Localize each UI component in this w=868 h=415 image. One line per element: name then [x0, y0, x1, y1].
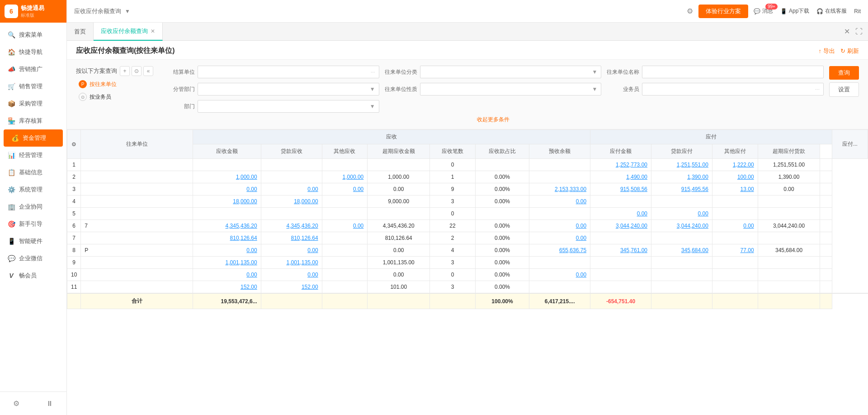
tab-close-btn[interactable]: ✕	[151, 28, 155, 34]
sidebar-label-hardware: 智能硬件	[19, 237, 42, 245]
settings-scheme-btn[interactable]: ⊙	[132, 66, 142, 76]
sidebar-label-sales: 销售管理	[19, 82, 42, 91]
tab-home[interactable]: 首页	[67, 23, 94, 41]
footer-ap-amount: -654,751.40	[590, 293, 651, 309]
collapse-scheme-btn[interactable]: «	[143, 66, 153, 76]
input-branch-dept[interactable]: ▼	[198, 100, 379, 113]
footer-label: 合计	[81, 293, 193, 309]
sidebar-label-guide: 新手引导	[19, 220, 42, 228]
export-label: 导出	[823, 47, 835, 55]
sidebar-item-finance[interactable]: 💰 资金管理	[4, 129, 63, 147]
input-settlement[interactable]: ···	[198, 66, 379, 78]
footer-ar-amount[interactable]: 19,553,472,6...	[193, 293, 261, 309]
basic-icon: 📋	[7, 169, 15, 176]
tab-close-all-icon[interactable]: ✕	[844, 27, 850, 36]
label-partner-name: 往来单位名称	[607, 68, 639, 76]
settings-bottom-btn[interactable]: ⚙	[9, 397, 23, 410]
label-branch-dept: 部门	[162, 103, 195, 110]
member-icon: V	[7, 272, 15, 279]
sidebar-item-system[interactable]: ⚙️ 系统管理	[0, 181, 66, 198]
tab-query[interactable]: 应收应付余额查询 ✕	[94, 23, 163, 41]
row-num: 4	[67, 196, 81, 208]
table-row: 3 0.00 0.00 0.00 0.00 9 0.00% 2,153,333.…	[67, 183, 868, 196]
sidebar-item-purchase[interactable]: 📦 采购管理	[0, 95, 66, 112]
nav-by-partner[interactable]: P 按往来单位	[76, 79, 157, 90]
page-title: 应收应付余额查询(按往来单位)	[76, 46, 175, 56]
sidebar-item-basic[interactable]: 📋 基础信息	[0, 164, 66, 181]
app-name: 畅捷通易	[21, 4, 44, 12]
input-salesman[interactable]: ···	[642, 83, 824, 95]
row-num: 2	[67, 171, 81, 183]
query-tab-label: 应收应付余额查询	[101, 27, 148, 35]
tab-fullscreen-icon[interactable]: ⛶	[855, 28, 863, 36]
collapse-conditions-btn[interactable]: 收起更多条件	[477, 116, 509, 123]
input-dept[interactable]: ▼	[198, 83, 379, 95]
sidebar-item-search[interactable]: 🔍 搜索菜单	[0, 26, 66, 43]
label-partner-nature: 往来单位性质	[385, 86, 417, 93]
settings-button[interactable]: 设置	[829, 82, 859, 97]
online-service-btn[interactable]: 🎧 在线客服	[816, 7, 847, 15]
row-num: 7	[67, 232, 81, 244]
th-group-ar: 应收	[193, 130, 590, 144]
footer-ap-overdue	[758, 293, 820, 309]
sidebar-item-hardware[interactable]: 📱 智能硬件	[0, 233, 66, 250]
row-num: 9	[67, 257, 81, 269]
footer-ar-prepay: 6,417,215....	[529, 293, 590, 309]
th-ar-ratio: 应收款占比	[475, 144, 529, 159]
message-btn[interactable]: 💬 消息 99+	[754, 7, 773, 15]
sidebar-item-quick[interactable]: 🏠 快捷导航	[0, 43, 66, 61]
header-gear-icon[interactable]: ⚙	[687, 7, 693, 15]
header-breadcrumb-text: 应收应付余额查询	[74, 7, 121, 15]
footer-ap-more	[820, 293, 832, 309]
th-ar-prepay: 预收余额	[529, 144, 590, 159]
label-partner-category: 往来单位分类	[385, 68, 417, 76]
search-area: 按以下方案查询 + ⊙ « P 按往来单位 ⊙ 按业务员	[67, 60, 868, 129]
th-settings[interactable]: ⚙	[67, 130, 81, 159]
partner-name	[81, 159, 193, 171]
collapse-sidebar-btn[interactable]: ⏸	[42, 398, 57, 410]
partner-name	[81, 232, 193, 244]
sidebar-item-corp[interactable]: 🏢 企业协同	[0, 198, 66, 215]
solution-button[interactable]: 体验行业方案	[698, 5, 748, 18]
table-row: 5 0 0.00 0.00	[67, 208, 868, 220]
app-icon: 📱	[780, 8, 787, 14]
field-partner-name: 往来单位名称	[607, 65, 824, 79]
field-settlement-unit: 结算单位 ···	[162, 65, 379, 79]
th-ar-other: 其他应收	[322, 144, 368, 159]
table-row: 4 18,000.00 18,000.00 9,000.00 3 0.00% 0…	[67, 196, 868, 208]
user-profile-btn[interactable]: Rit	[854, 8, 861, 14]
marketing-icon: 📣	[7, 66, 15, 73]
input-partner-name[interactable]	[642, 66, 824, 78]
query-button[interactable]: 查询	[829, 66, 859, 80]
nav-partner-label: 按往来单位	[90, 81, 117, 88]
sales-icon: 🛒	[7, 83, 15, 90]
add-scheme-btn[interactable]: +	[120, 66, 130, 76]
service-icon: 🎧	[816, 8, 823, 14]
sidebar-item-member[interactable]: V 畅会员	[0, 267, 66, 284]
row-num: 3	[67, 183, 81, 196]
sidebar-item-inventory[interactable]: 🏪 库存核算	[0, 112, 66, 129]
sidebar-item-wechat[interactable]: 💬 企业微信	[0, 250, 66, 267]
th-ap-amount: 应付金额	[590, 144, 651, 159]
input-partner-category[interactable]: ▼	[420, 66, 602, 78]
export-btn[interactable]: ↑ 导出	[819, 47, 835, 55]
dropdown-branch-icon: ▼	[370, 103, 375, 110]
sidebar-item-operation[interactable]: 📊 经营管理	[0, 147, 66, 164]
row-num: 1	[67, 159, 81, 171]
breadcrumb-dropdown-btn[interactable]: ▼	[125, 8, 130, 14]
operation-icon: 📊	[7, 152, 15, 159]
sidebar-item-guide[interactable]: 🎯 新手引导	[0, 215, 66, 233]
footer-ar-ratio: 100.00%	[475, 293, 529, 309]
app-label: App下载	[789, 7, 809, 15]
field-dept: 分管部门 ▼	[162, 82, 379, 96]
footer-ap-loan	[651, 293, 712, 309]
app-download-btn[interactable]: 📱 App下载	[780, 7, 809, 15]
input-partner-nature[interactable]: ▼	[420, 83, 602, 95]
nav-by-salesman[interactable]: ⊙ 按业务员	[76, 91, 157, 102]
salesman-nav-icon: ⊙	[79, 93, 87, 101]
partner-name	[81, 183, 193, 196]
sidebar-item-sales[interactable]: 🛒 销售管理	[0, 78, 66, 95]
refresh-btn[interactable]: ↻ 刷新	[840, 47, 859, 55]
table-row: 11 152.00 152.00 101.00 3 0.00%	[67, 281, 868, 294]
sidebar-item-marketing[interactable]: 📣 营销推广	[0, 61, 66, 78]
